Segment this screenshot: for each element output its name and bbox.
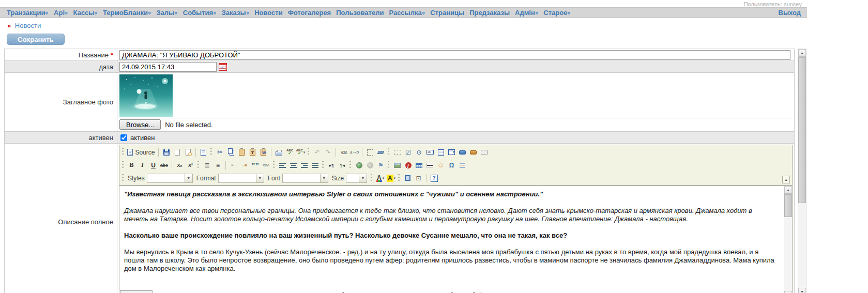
editor-scroll-up-button[interactable]: ▲ [784, 186, 792, 194]
bulleted-list-icon[interactable]: ≡ [212, 160, 223, 171]
checkbox-field-icon[interactable]: ☑ [403, 147, 414, 158]
preview-icon[interactable] [182, 147, 193, 158]
nav-logout[interactable]: Выход [779, 9, 801, 17]
page-scroll-thumb[interactable] [798, 57, 806, 203]
remove-format-icon[interactable] [375, 147, 386, 158]
nav-item-preorders[interactable]: Предзаказы [469, 9, 510, 17]
editor-scrollbar[interactable]: ▲ ▼ [784, 186, 792, 293]
spell-check-icon[interactable]: ABC✓ [284, 147, 295, 158]
decrease-indent-icon[interactable]: ⇤ [228, 160, 239, 171]
about-icon[interactable]: ? [429, 173, 439, 183]
anchor-icon[interactable]: ⚑ [375, 160, 386, 171]
nav-item-pages[interactable]: Страницы [430, 9, 464, 17]
breadcrumb-link-news[interactable]: Новости [15, 22, 41, 29]
paste-plain-text-icon[interactable] [247, 147, 258, 158]
table-icon[interactable] [414, 160, 424, 171]
align-left-icon[interactable] [277, 160, 288, 171]
show-blocks-icon[interactable]: ⊡ [413, 173, 424, 183]
superscript-icon[interactable]: X² [185, 160, 196, 171]
redo-icon[interactable]: ↷ [323, 147, 333, 158]
toolbar-grip [398, 174, 400, 182]
paste-from-word-icon[interactable] [258, 147, 269, 158]
page-scroll-down-button[interactable]: ▼ [798, 288, 806, 293]
bidi-ltr-icon[interactable]: ▸¶ [326, 160, 337, 171]
nav-item-transactions[interactable]: Транзакции» [7, 9, 49, 17]
browse-button[interactable]: Browse... [119, 119, 161, 130]
text-color-icon[interactable]: A▾ [375, 173, 386, 183]
align-right-icon[interactable] [299, 160, 310, 171]
flash-icon[interactable]: f [403, 160, 414, 171]
background-color-icon[interactable]: A▾ [386, 173, 397, 183]
link-icon[interactable] [354, 160, 364, 171]
div-container-icon[interactable]: ‹div› [261, 160, 271, 171]
source-button[interactable]: Source [126, 147, 156, 158]
editor-scroll-down-button[interactable]: ▼ [784, 291, 792, 293]
special-character-icon[interactable]: Ω [446, 160, 457, 171]
page-scrollbar[interactable]: ▲ ▼ [798, 49, 806, 293]
text-field-icon[interactable]: ab [424, 147, 435, 158]
title-input[interactable] [119, 50, 790, 60]
smiley-icon[interactable]: ☺ [435, 160, 446, 171]
undo-icon[interactable]: ↶ [312, 147, 323, 158]
print-icon[interactable] [273, 147, 284, 158]
nav-item-news[interactable]: Новости [254, 9, 283, 17]
format-combo[interactable]: ▼ [218, 174, 264, 183]
save-button[interactable]: Сохранить [7, 34, 65, 45]
active-checkbox[interactable] [120, 134, 127, 141]
numbered-list-icon[interactable]: ≣ [202, 160, 212, 171]
toolbar-collapse-button[interactable]: ▲ [782, 176, 790, 183]
form-field-icon[interactable] [392, 147, 403, 158]
styles-combo[interactable]: ▼ [147, 174, 193, 183]
blockquote-icon[interactable]: ”” [250, 160, 261, 171]
editor-scroll-thumb[interactable] [784, 194, 792, 217]
save-icon[interactable] [161, 147, 172, 158]
scayt-icon[interactable]: ABC✓▾ [295, 147, 306, 158]
radio-field-icon[interactable]: ⊙ [414, 147, 424, 158]
nav-item-cash-desks[interactable]: Кассы» [73, 9, 98, 17]
increase-indent-icon[interactable]: ⇥ [239, 160, 250, 171]
nav-item-orders[interactable]: Заказы» [222, 9, 249, 17]
paste-icon[interactable] [236, 147, 247, 158]
nav-item-mailing[interactable]: Рассылка» [389, 9, 425, 17]
unlink-icon[interactable] [364, 160, 375, 171]
nav-item-events[interactable]: События» [183, 9, 217, 17]
strikethrough-icon[interactable]: abe [159, 160, 170, 171]
nav-item-users[interactable]: Пользователи [336, 9, 384, 17]
font-combo[interactable]: ▼ [282, 174, 328, 183]
bidi-rtl-icon[interactable]: ¶◂ [337, 160, 348, 171]
copy-icon[interactable] [225, 147, 236, 158]
select-field-icon[interactable] [446, 147, 457, 158]
bold-icon[interactable]: B [126, 160, 137, 171]
replace-icon[interactable]: a↔b [349, 147, 360, 158]
date-input[interactable] [119, 62, 217, 72]
nav-item-photo-gallery[interactable]: Фотогалерея [288, 9, 331, 17]
underline-icon[interactable]: U [148, 160, 159, 171]
maximize-icon[interactable] [402, 173, 413, 183]
form-row-description: Описание полное Source [5, 144, 794, 293]
align-center-icon[interactable] [288, 160, 299, 171]
size-combo[interactable]: ▼ [346, 174, 367, 183]
button-field-icon[interactable] [457, 147, 468, 158]
justify-icon[interactable] [310, 160, 321, 171]
nav-item-admin[interactable]: Адмін» [515, 9, 538, 17]
page-break-icon[interactable] [457, 160, 468, 171]
templates-icon[interactable] [198, 147, 209, 158]
image-button-field-icon[interactable] [468, 147, 479, 158]
textarea-field-icon[interactable] [435, 147, 446, 158]
new-page-icon[interactable] [172, 147, 182, 158]
nav-item-api[interactable]: Api» [54, 9, 68, 17]
subscript-icon[interactable]: X₂ [174, 160, 185, 171]
italic-icon[interactable]: I [137, 160, 148, 171]
select-all-icon[interactable] [364, 147, 375, 158]
find-icon[interactable]: ⊙⊙ [338, 147, 349, 158]
calendar-icon[interactable] [219, 63, 227, 71]
image-icon[interactable] [392, 160, 403, 171]
nav-item-halls[interactable]: Залы» [156, 9, 177, 17]
editor-content[interactable]: "Известная певица рассказала в эксклюзив… [119, 186, 792, 293]
nav-item-thermo-blanks[interactable]: ТермоБланки» [103, 9, 151, 17]
horizontal-rule-icon[interactable] [424, 160, 435, 171]
hidden-field-icon[interactable] [479, 147, 490, 158]
page-scroll-up-button[interactable]: ▲ [798, 49, 806, 57]
cut-icon[interactable]: ✂ [215, 147, 225, 158]
nav-item-old[interactable]: Старое» [543, 9, 571, 17]
